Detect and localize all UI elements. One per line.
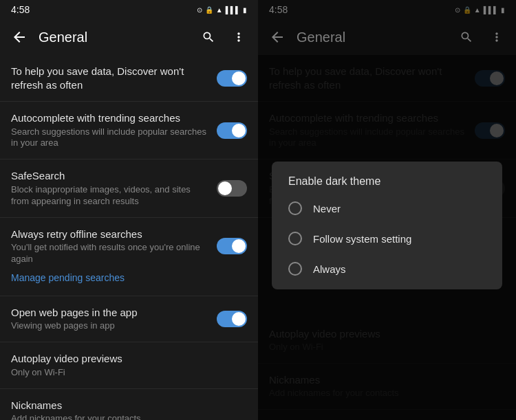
- left-setting-discover-title: To help you save data, Discover won't re…: [11, 65, 208, 91]
- left-setting-nicknames[interactable]: Nicknames Add nicknames for your contact…: [0, 389, 258, 420]
- left-setting-autoplay-title: Autoplay video previews: [11, 352, 239, 366]
- left-setting-autoplay-subtitle: Only on Wi-Fi: [11, 367, 239, 379]
- left-setting-safesearch-subtitle: Block inappropriate images, videos, and …: [11, 184, 208, 208]
- dialog-option-follow-system[interactable]: Follow system setting: [272, 223, 502, 254]
- dialog-title: Enable dark theme: [272, 167, 502, 193]
- left-settings-list: To help you save data, Discover won't re…: [0, 55, 258, 420]
- left-setting-open-web-text: Open web pages in the app Viewing web pa…: [11, 306, 208, 332]
- left-setting-nicknames-text: Nicknames Add nicknames for your contact…: [11, 399, 239, 420]
- left-setting-safesearch-title: SafeSearch: [11, 169, 208, 183]
- left-toggle-safesearch[interactable]: [217, 180, 247, 197]
- left-status-icons: ⊙ 🔒 ▲ ▌▌▌ ▮: [197, 6, 247, 14]
- left-setting-autocomplete-title: Autocomplete with trending searches: [11, 111, 208, 125]
- left-setting-autocomplete-text: Autocomplete with trending searches Sear…: [11, 111, 208, 149]
- left-manage-pending-link[interactable]: Manage pending searches: [11, 269, 125, 286]
- left-app-bar: General: [0, 19, 258, 55]
- right-phone-screen: 4:58 ⊙ 🔒 ▲ ▌▌▌ ▮ General To help you sav: [258, 0, 516, 420]
- left-setting-safesearch-text: SafeSearch Block inappropriate images, v…: [11, 169, 208, 207]
- left-setting-offline-subtitle: You'll get notified with results once yo…: [11, 242, 208, 265]
- left-toggle-discover[interactable]: [217, 70, 247, 87]
- left-wifi-icon: ▲: [216, 6, 223, 14]
- left-setting-discover[interactable]: To help you save data, Discover won't re…: [0, 55, 258, 102]
- radio-never[interactable]: [288, 201, 302, 215]
- left-setting-autoplay-text: Autoplay video previews Only on Wi-Fi: [11, 352, 239, 378]
- left-setting-autocomplete[interactable]: Autocomplete with trending searches Sear…: [0, 102, 258, 159]
- left-status-bar: 4:58 ⊙ 🔒 ▲ ▌▌▌ ▮: [0, 0, 258, 19]
- dialog-option-never[interactable]: Never: [272, 193, 502, 223]
- dialog-option-follow-system-label: Follow system setting: [313, 233, 411, 245]
- left-setting-autocomplete-subtitle: Search suggestions will include popular …: [11, 126, 208, 150]
- left-setting-nicknames-subtitle: Add nicknames for your contacts: [11, 413, 239, 420]
- left-more-icon-button[interactable]: [225, 23, 252, 51]
- left-toggle-offline[interactable]: [217, 238, 247, 254]
- left-setting-safesearch[interactable]: SafeSearch Block inappropriate images, v…: [0, 159, 258, 217]
- left-cast-icon: ⊙: [197, 6, 202, 14]
- left-toggle-autocomplete[interactable]: [217, 122, 247, 139]
- left-setting-offline-text: Always retry offline searches You'll get…: [11, 228, 208, 265]
- left-setting-autoplay[interactable]: Autoplay video previews Only on Wi-Fi: [0, 342, 258, 388]
- left-battery-icon: ▮: [243, 6, 247, 14]
- radio-follow-system[interactable]: [288, 232, 302, 245]
- left-search-icon-button[interactable]: [195, 23, 222, 51]
- dialog-option-always-label: Always: [313, 263, 346, 275]
- left-page-title: General: [39, 30, 189, 45]
- left-setting-open-web-title: Open web pages in the app: [11, 306, 208, 320]
- dialog-option-always[interactable]: Always: [272, 254, 502, 284]
- left-setting-nicknames-title: Nicknames: [11, 399, 239, 412]
- left-status-time: 4:58: [11, 4, 30, 15]
- dialog-option-never-label: Never: [313, 203, 341, 214]
- radio-always[interactable]: [288, 262, 302, 276]
- dark-theme-dialog: Enable dark theme Never Follow system se…: [272, 162, 502, 289]
- left-setting-open-web-subtitle: Viewing web pages in app: [11, 320, 208, 332]
- left-back-button[interactable]: [6, 23, 33, 51]
- left-app-bar-actions: [195, 23, 252, 51]
- left-toggle-open-web[interactable]: [217, 311, 247, 327]
- left-setting-open-web[interactable]: Open web pages in the app Viewing web pa…: [0, 296, 258, 342]
- left-setting-discover-text: To help you save data, Discover won't re…: [11, 65, 208, 91]
- left-setting-offline[interactable]: Always retry offline searches You'll get…: [0, 218, 258, 296]
- left-phone-screen: 4:58 ⊙ 🔒 ▲ ▌▌▌ ▮ General To help you sav…: [0, 0, 258, 420]
- left-signal-icon: ▌▌▌: [226, 6, 240, 14]
- left-vpn-icon: 🔒: [205, 6, 213, 14]
- left-setting-offline-title: Always retry offline searches: [11, 228, 208, 241]
